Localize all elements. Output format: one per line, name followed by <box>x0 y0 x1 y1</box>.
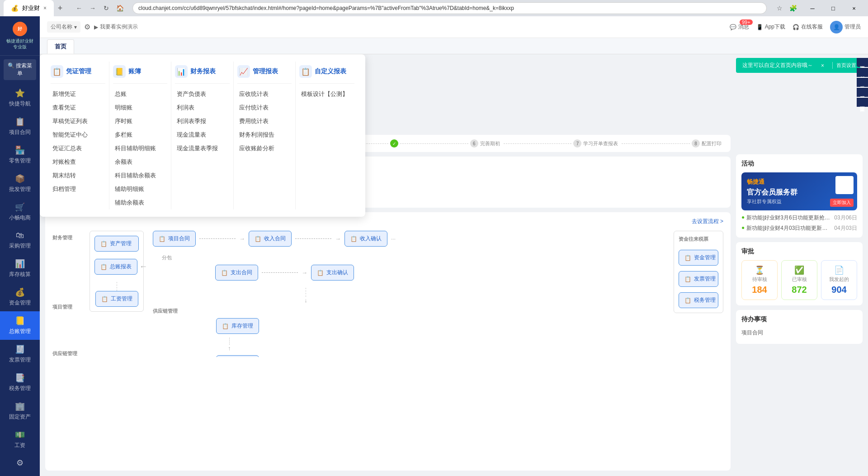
activity-banner[interactable]: 畅捷通 官方会员服务群 享社群专属权益 ▦ 立即加入 <box>741 172 857 210</box>
menu-item-balance-sheet[interactable]: 资产负债表 <box>175 87 230 101</box>
join-btn[interactable]: 立即加入 <box>830 199 854 207</box>
sidebar-item-assets[interactable]: 🏢 固定资产 <box>0 397 40 425</box>
menu-item-cashflow[interactable]: 现金流量表 <box>175 128 230 142</box>
flow-income-contract[interactable]: 📋 收入合同 <box>249 231 292 247</box>
menu-item-aux-detail-ledger[interactable]: 科目辅助明细账 <box>113 142 168 155</box>
home-button[interactable]: 🏠 <box>114 3 125 14</box>
menu-item-period-carry[interactable]: 期末结转 <box>51 169 105 182</box>
menu-item-profit-report[interactable]: 财务利润报告 <box>237 128 292 142</box>
menu-item-new-voucher[interactable]: 新增凭证 <box>51 87 105 101</box>
menu-item-chrono-ledger[interactable]: 序时账 <box>113 114 168 128</box>
sidebar-item-tax[interactable]: 📑 税务管理 <box>0 368 40 397</box>
news-item-1[interactable]: ● 新功能|好业财3月6日功能更新抢先知 03月06日 <box>741 214 857 222</box>
flow-purchase[interactable]: 📋 采购管理 <box>216 355 259 357</box>
address-bar[interactable]: cloud.chanjet.com/cc/u6d89qwnryel/57bfsk… <box>132 2 767 14</box>
setup-flow-link[interactable]: 去设置流程 > <box>692 218 723 225</box>
menu-item-profit-loss[interactable]: 利润表 <box>175 101 230 114</box>
user-menu-button[interactable]: 👤 管理员 <box>830 21 861 33</box>
reload-button[interactable]: ↻ <box>101 3 112 14</box>
flow-project-contract[interactable]: 📋 项目合同 <box>153 231 196 247</box>
forward-button[interactable]: → <box>87 3 98 14</box>
menu-item-cashflow-quarterly[interactable]: 现金流量表季报 <box>175 142 230 155</box>
messages-button[interactable]: 💬 消息 99+ <box>730 23 749 31</box>
approval-initiated-stat[interactable]: 📄 我发起的 904 <box>821 260 857 300</box>
approval-pending-stat[interactable]: ⏳ 待审核 184 <box>741 260 778 300</box>
close-button[interactable]: × <box>844 0 864 16</box>
flow-tax-mgmt[interactable]: 📋 税务管理 <box>679 292 718 308</box>
active-tab[interactable]: 💰 好业财 × <box>4 0 54 16</box>
news-dot-2: ● <box>741 224 745 232</box>
flow-capital-mgmt[interactable]: 📋 资金管理 <box>679 250 718 266</box>
company-settings-button[interactable]: ⚙ <box>84 23 90 31</box>
menu-item-general-ledger[interactable]: 总账 <box>113 87 168 101</box>
menu-item-payable-stats[interactable]: 应付统计表 <box>237 101 292 114</box>
menu-item-draft-voucher[interactable]: 草稿凭证列表 <box>51 114 105 128</box>
menu-item-voucher-summary[interactable]: 凭证汇总表 <box>51 142 105 155</box>
flow-expense-contract[interactable]: 📋 支出合同 <box>215 265 258 281</box>
bookmark-button[interactable]: ☆ <box>774 3 785 14</box>
menu-item-multi-col-ledger[interactable]: 多栏账 <box>113 128 168 142</box>
sidebar-search-section: 🔍 搜索菜单 <box>0 56 40 84</box>
menu-item-smart-voucher[interactable]: 智能凭证中心 <box>51 128 105 142</box>
extensions-button[interactable]: 🧩 <box>788 3 798 14</box>
desktop-shortcut-btn[interactable]: 桌面快捷 <box>857 98 868 107</box>
menu-item-detail-ledger[interactable]: 明细账 <box>113 101 168 114</box>
sidebar-item-quicknav[interactable]: ⭐ 快捷导航 <box>0 84 40 112</box>
new-tab-button[interactable]: + <box>54 2 66 14</box>
menu-item-aux-balance[interactable]: 辅助余额表 <box>113 196 168 209</box>
online-service-button[interactable]: 🎧 在线客服 <box>793 23 823 31</box>
help-center-btn[interactable]: 帮助中心 <box>857 68 868 77</box>
flow-ledger-report[interactable]: 📋 总账报表 <box>94 259 137 275</box>
hotline-btn[interactable]: 客服热线 <box>857 78 868 87</box>
sidebar-settings-button[interactable]: ⚙ <box>14 453 25 472</box>
menu-item-view-voucher[interactable]: 查看凭证 <box>51 101 105 114</box>
menu-item-expense-stats[interactable]: 费用统计表 <box>237 114 292 128</box>
demo-link[interactable]: ▶ 我要看实例演示 <box>94 23 138 31</box>
menu-item-receivable-aging[interactable]: 应收账龄分析 <box>237 142 292 155</box>
flow-salary-mgmt[interactable]: 📋 工资管理 <box>95 291 138 307</box>
back-button[interactable]: ← <box>74 3 85 14</box>
homepage-settings-side-btn[interactable]: 首页设置 <box>857 58 868 67</box>
news-date-1: 03月06日 <box>834 214 857 222</box>
customize-tip-close[interactable]: × <box>821 62 824 69</box>
menu-item-aux-balance-table[interactable]: 科目辅助余额表 <box>113 169 168 182</box>
menu-item-archive[interactable]: 归档管理 <box>51 182 105 196</box>
news-item-2[interactable]: ● 新功能|好业财4月03日功能更新抢先知 04月03日 <box>741 224 857 232</box>
flow-asset-mgmt[interactable]: 📋 资产管理 <box>94 236 139 252</box>
approval-done-stat[interactable]: ✅ 已审核 872 <box>781 260 817 300</box>
sidebar-item-inventory[interactable]: 📊 库存核算 <box>0 254 40 283</box>
tab-close-button[interactable]: × <box>43 5 47 11</box>
tab-home[interactable]: 首页 <box>47 39 74 54</box>
flow-ledger-row: 📋 总账报表 ← <box>94 257 139 276</box>
sidebar-item-purchase[interactable]: 🛍 采购管理 <box>0 226 40 254</box>
initiated-icon: 📄 <box>824 265 854 275</box>
menu-item-template-design[interactable]: 模板设计【公测】 <box>299 87 354 101</box>
maximize-button[interactable]: □ <box>823 0 844 16</box>
sidebar-item-retail[interactable]: 🏪 零售管理 <box>0 141 40 169</box>
menu-item-balance-table[interactable]: 余额表 <box>113 155 168 169</box>
menu-item-profit-quarterly[interactable]: 利润表季报 <box>175 114 230 128</box>
app-download-button[interactable]: 📱 App下载 <box>756 23 785 31</box>
sidebar-item-ledger[interactable]: 📒 总账管理 <box>0 311 40 340</box>
flow-invoice-mgmt[interactable]: 📋 发票管理 <box>679 271 718 287</box>
todo-card: 待办事项 项目合同 <box>736 310 863 344</box>
step-5: ✓ <box>390 139 398 148</box>
browser-actions: ☆ 🧩 <box>774 3 798 14</box>
menu-item-receivable-stats[interactable]: 应收统计表 <box>237 87 292 101</box>
sidebar-item-wholesale[interactable]: 📦 批发管理 <box>0 169 40 198</box>
menu-item-aux-detail[interactable]: 辅助明细账 <box>113 182 168 196</box>
community-btn[interactable]: 服务社区 <box>857 88 868 97</box>
flow-expense-confirm[interactable]: 📋 支出确认 <box>311 265 354 281</box>
menu-item-reconcile[interactable]: 对账检查 <box>51 155 105 169</box>
flow-income-confirm[interactable]: 📋 收入确认 <box>344 231 387 247</box>
homepage-settings-link[interactable]: 首页设置 <box>832 62 856 69</box>
sidebar-item-project[interactable]: 📋 项目合同 <box>0 112 40 141</box>
sidebar-item-capital[interactable]: 💰 资金管理 <box>0 283 40 311</box>
sidebar-item-ecommerce[interactable]: 🛒 小畅电商 <box>0 198 40 226</box>
sidebar-item-invoice[interactable]: 🧾 发票管理 <box>0 340 40 368</box>
search-menu-button[interactable]: 🔍 搜索菜单 <box>4 59 36 80</box>
flow-inventory[interactable]: 📋 库存管理 <box>216 318 259 334</box>
sidebar-item-salary[interactable]: 💵 工资 <box>0 425 40 450</box>
company-selector[interactable]: 公司名称 ▾ <box>47 21 80 33</box>
minimize-button[interactable]: ─ <box>802 0 823 16</box>
